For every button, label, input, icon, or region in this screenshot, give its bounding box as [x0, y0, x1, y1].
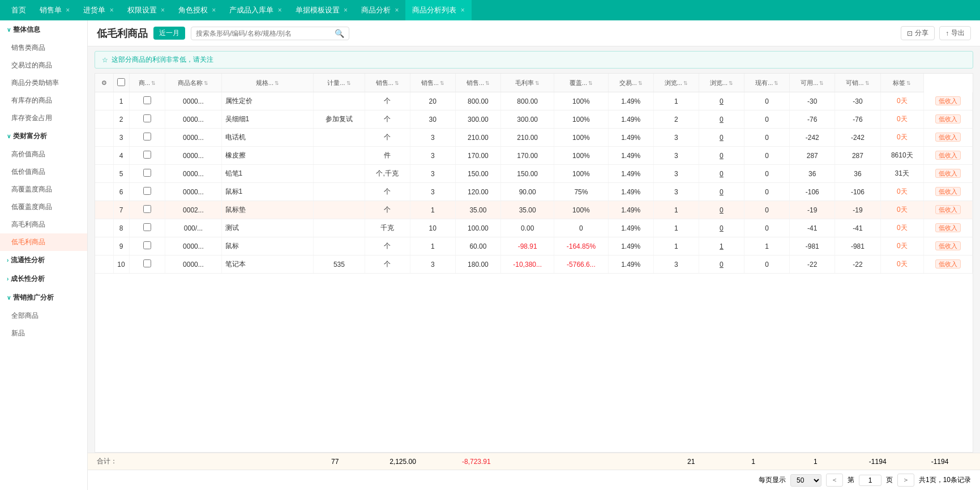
- sidebar-item-新品[interactable]: 新品: [0, 325, 87, 342]
- row-select-checkbox[interactable]: [143, 133, 151, 140]
- row-view1[interactable]: 0: [699, 110, 744, 129]
- row-spec: [314, 219, 365, 237]
- nav-item-进货单[interactable]: 进货单 ×: [76, 0, 120, 20]
- row-code: 0000...: [165, 147, 221, 165]
- available-column-header: 可用...⇅: [790, 74, 835, 92]
- sidebar-item-低覆盖度商品[interactable]: 低覆盖度商品: [0, 198, 87, 216]
- date-filter-button[interactable]: 近一月: [153, 27, 185, 40]
- sidebar-item-低毛利商品[interactable]: 低毛利商品: [0, 233, 87, 251]
- row-select-checkbox[interactable]: [143, 151, 151, 159]
- row-gross-margin: 100%: [554, 92, 608, 110]
- row-trade: 1: [653, 201, 699, 219]
- nav-item-单据模板设置[interactable]: 单据模板设置 ×: [289, 0, 354, 20]
- row-gross-margin: -5766.6...: [554, 255, 608, 274]
- gear-column-header[interactable]: ⚙: [95, 74, 113, 92]
- nav-item-角色授权[interactable]: 角色授权 ×: [172, 0, 222, 20]
- total-available: -1194: [923, 458, 957, 466]
- row-checkbox[interactable]: [129, 219, 165, 237]
- nav-close-icon[interactable]: ×: [159, 6, 165, 14]
- sidebar-section-label: 营销推广分析: [13, 293, 54, 302]
- nav-close-icon[interactable]: ×: [459, 6, 464, 14]
- row-name: 橡皮擦: [221, 147, 314, 165]
- search-icon[interactable]: 🔍: [335, 29, 344, 38]
- nav-close-icon[interactable]: ×: [393, 6, 399, 14]
- row-view1[interactable]: 0: [699, 92, 744, 110]
- sidebar-item-库存资金占用[interactable]: 库存资金占用: [0, 109, 87, 127]
- row-view1[interactable]: 0: [699, 183, 744, 201]
- sidebar-section-title-整体信息[interactable]: ∨整体信息: [0, 20, 87, 39]
- row-select-checkbox[interactable]: [143, 223, 151, 231]
- row-tag: 低收入: [924, 129, 973, 147]
- nav-item-首页[interactable]: 首页: [5, 0, 33, 20]
- nav-item-商品分析[interactable]: 商品分析 ×: [354, 0, 405, 20]
- checkbox-column-header[interactable]: [113, 74, 129, 92]
- nav-close-icon[interactable]: ×: [276, 6, 281, 14]
- row-spec: 参加复试: [314, 110, 365, 129]
- row-checkbox[interactable]: [129, 147, 165, 165]
- row-view1[interactable]: 0: [699, 147, 744, 165]
- sidebar-section-arrow: ›: [7, 276, 8, 282]
- row-select-checkbox[interactable]: [143, 187, 151, 195]
- row-checkbox[interactable]: [129, 201, 165, 219]
- page-size-select[interactable]: 50 100 200: [790, 474, 821, 487]
- row-checkbox[interactable]: [129, 165, 165, 183]
- nav-item-商品分析列表[interactable]: 商品分析列表 ×: [405, 0, 471, 20]
- next-page-button[interactable]: ＞: [897, 474, 914, 487]
- sidebar-section: ∨整体信息销售类商品交易过的商品商品分类助销率有库存的商品库存资金占用: [0, 20, 87, 127]
- prev-page-button[interactable]: ＜: [826, 474, 843, 487]
- nav-close-icon[interactable]: ×: [108, 6, 113, 14]
- row-select-checkbox[interactable]: [143, 259, 151, 267]
- row-select-checkbox[interactable]: [143, 241, 151, 249]
- row-gear: [95, 237, 113, 255]
- row-view1[interactable]: 0: [699, 255, 744, 274]
- sidebar-item-有库存的商品[interactable]: 有库存的商品: [0, 92, 87, 109]
- search-input[interactable]: [196, 29, 332, 37]
- sidebar-section-arrow: ∨: [7, 133, 11, 139]
- sidebar-section-title-类财富分析[interactable]: ∨类财富分析: [0, 127, 87, 146]
- share-button[interactable]: ⊡ 分享: [901, 26, 935, 40]
- nav-item-产成品入库单[interactable]: 产成品入库单 ×: [222, 0, 288, 20]
- sidebar-item-高覆盖度商品[interactable]: 高覆盖度商品: [0, 181, 87, 198]
- row-checkbox[interactable]: [129, 129, 165, 147]
- row-checkbox[interactable]: [129, 183, 165, 201]
- row-select-checkbox[interactable]: [143, 169, 151, 177]
- row-index: 6: [113, 183, 129, 201]
- row-view2: 0: [744, 92, 790, 110]
- row-view1[interactable]: 1: [699, 237, 744, 255]
- nav-close-icon[interactable]: ×: [210, 6, 216, 14]
- row-view1[interactable]: 0: [699, 219, 744, 237]
- row-checkbox[interactable]: [129, 255, 165, 274]
- row-spec: [314, 201, 365, 219]
- nav-close-icon[interactable]: ×: [342, 6, 348, 14]
- sidebar-item-低价值商品[interactable]: 低价值商品: [0, 163, 87, 181]
- export-button[interactable]: ↑ 导出: [939, 26, 971, 40]
- row-checkbox[interactable]: [129, 110, 165, 129]
- row-checkbox[interactable]: [129, 92, 165, 110]
- row-select-checkbox[interactable]: [143, 96, 151, 104]
- sidebar-item-销售类商品[interactable]: 销售类商品: [0, 39, 87, 57]
- sidebar-item-交易过的商品[interactable]: 交易过的商品: [0, 57, 87, 74]
- row-view1[interactable]: 0: [699, 201, 744, 219]
- row-checkbox[interactable]: [129, 237, 165, 255]
- row-available: -106: [835, 183, 880, 201]
- row-current: -19: [790, 201, 835, 219]
- sidebar-section-title-流通性分析[interactable]: ›流通性分析: [0, 251, 87, 270]
- sidebar-section-title-营销推广分析[interactable]: ∨营销推广分析: [0, 288, 87, 307]
- sidebar-section-title-成长性分析[interactable]: ›成长性分析: [0, 270, 87, 288]
- row-gear: [95, 147, 113, 165]
- nav-item-销售单[interactable]: 销售单 ×: [33, 0, 76, 20]
- nav-item-权限设置[interactable]: 权限设置 ×: [121, 0, 172, 20]
- sidebar-item-高价值商品[interactable]: 高价值商品: [0, 146, 87, 163]
- row-view1[interactable]: 0: [699, 165, 744, 183]
- row-select-checkbox[interactable]: [143, 114, 151, 122]
- select-all-checkbox[interactable]: [117, 78, 125, 86]
- row-select-checkbox[interactable]: [143, 205, 151, 213]
- row-sales-price: 35.00: [455, 201, 500, 219]
- page-number-input[interactable]: [859, 475, 881, 486]
- sidebar-item-商品分类助销率[interactable]: 商品分类助销率: [0, 74, 87, 92]
- sidebar-item-全部商品[interactable]: 全部商品: [0, 307, 87, 325]
- nav-close-icon[interactable]: ×: [64, 6, 70, 14]
- sidebar-item-高毛利商品[interactable]: 高毛利商品: [0, 216, 87, 233]
- row-sales-amount: 90.00: [501, 183, 554, 201]
- row-view1[interactable]: 0: [699, 129, 744, 147]
